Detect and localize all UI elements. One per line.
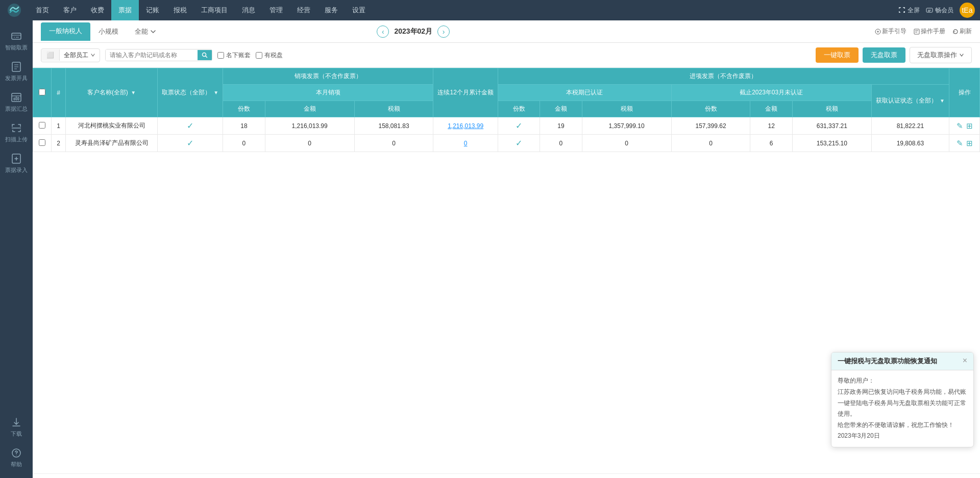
fullscreen-btn[interactable]: 全屏 <box>898 6 920 15</box>
help-icon <box>11 447 22 459</box>
nav-service[interactable]: 服务 <box>317 0 345 20</box>
manual-btn[interactable]: 操作手册 <box>914 27 945 36</box>
sidebar-item-entry[interactable]: 票据录入 <box>0 148 33 179</box>
notification-title: 一键报税与无盘取票功能恢复通知 <box>838 357 937 366</box>
tab-all[interactable]: 全能 <box>127 23 164 40</box>
nav-ticket[interactable]: 票据 <box>111 0 139 20</box>
next-month-btn[interactable]: › <box>437 26 450 38</box>
refresh-icon <box>952 29 959 35</box>
guide-icon <box>875 29 881 35</box>
summary-icon <box>11 92 22 103</box>
edit-icon-1[interactable]: ✎ <box>957 121 963 131</box>
diskless-operation-label: 无盘取票操作 <box>917 51 957 60</box>
sidebar-item-help-label: 帮助 <box>11 461 22 468</box>
nav-charge[interactable]: 收费 <box>84 0 111 20</box>
refresh-btn[interactable]: 刷新 <box>952 27 972 36</box>
pickup-filter-icon[interactable]: ▼ <box>213 90 218 95</box>
filter-value[interactable]: 全部员工 <box>60 49 100 62</box>
diskless-pickup-btn[interactable]: 无盘取票 <box>863 47 905 63</box>
td-sales-tax-1: 158,081.83 <box>354 117 433 135</box>
prev-month-btn[interactable]: ‹ <box>377 26 389 38</box>
download-icon <box>11 417 22 428</box>
member-btn[interactable]: 畅会员 <box>926 6 953 15</box>
nav-operation[interactable]: 经营 <box>290 0 317 20</box>
sidebar-item-download[interactable]: 下载 <box>0 412 33 442</box>
checkbox-taxdisk-input[interactable] <box>256 52 262 59</box>
th-until-count: 份数 <box>671 101 750 117</box>
sidebar-item-invoice[interactable]: 发票开具 <box>0 56 33 87</box>
checkbox-subsidiary[interactable]: 名下账套 <box>217 51 251 60</box>
th-sales-count: 份数 <box>223 101 265 117</box>
sidebar-item-smart-ticket[interactable]: 智能取票 <box>0 26 33 56</box>
th-this-term-recognized: 本税期已认证 <box>498 85 671 101</box>
th-this-term-count: 份数 <box>498 101 540 117</box>
td-continuous12-1[interactable]: 1,216,013.99 <box>433 117 498 135</box>
th-pickup-status-text: 取票状态（全部） <box>162 89 211 96</box>
td-checkbox-2[interactable] <box>33 135 52 152</box>
checkbox-taxdisk-label: 有税盘 <box>264 51 283 60</box>
nav-manage[interactable]: 管理 <box>262 0 290 20</box>
checkbox-subsidiary-input[interactable] <box>217 52 224 59</box>
td-customer-1: 河北柯摆桃实业有限公司 <box>66 117 158 135</box>
sidebar-item-summary[interactable]: 票据汇总 <box>0 87 33 117</box>
td-until-amount-1: 631,337.21 <box>792 117 871 135</box>
edit-icon-2[interactable]: ✎ <box>957 139 963 148</box>
td-customer-2: 灵寿县尚泽矿产品有限公司 <box>66 135 158 152</box>
notification-close-btn[interactable]: × <box>963 357 967 365</box>
notification-content-line3: 给您带来的不便敬请谅解，祝您工作愉快！ <box>838 420 967 431</box>
avatar[interactable]: tEa <box>960 3 975 18</box>
td-checkbox-1[interactable] <box>33 117 52 135</box>
refresh-label: 刷新 <box>960 27 972 36</box>
row-checkbox-2[interactable] <box>39 139 45 146</box>
checkbox-taxdisk[interactable]: 有税盘 <box>256 51 283 60</box>
sidebar-item-invoice-label: 发票开具 <box>5 74 28 82</box>
one-click-pickup-btn[interactable]: 一键取票 <box>816 47 859 63</box>
nav-customer[interactable]: 客户 <box>56 0 84 20</box>
nav-settings[interactable]: 设置 <box>345 0 373 20</box>
guide-btn[interactable]: 新手引导 <box>875 27 906 36</box>
th-sales-invoice-group: 销项发票（不含作废票） <box>223 68 433 85</box>
sidebar: 智能取票 发票开具 票据汇总 扫描上传 票据录入 <box>0 20 33 478</box>
nav-message[interactable]: 消息 <box>235 0 262 20</box>
member-icon <box>926 7 933 14</box>
nav-business[interactable]: 工商项目 <box>194 0 235 20</box>
td-until-count-1: 12 <box>750 117 792 135</box>
sidebar-item-download-label: 下载 <box>11 430 22 438</box>
operation-dropdown-icon <box>959 53 964 58</box>
td-until-tax-2: 19,808.63 <box>871 135 949 152</box>
select-all-checkbox[interactable] <box>39 89 45 95</box>
sidebar-item-help[interactable]: 帮助 <box>0 442 33 473</box>
nav-bookkeeping[interactable]: 记账 <box>139 0 166 20</box>
nav-tax[interactable]: 报税 <box>166 0 194 20</box>
td-until-tax-1: 81,822.21 <box>871 117 949 135</box>
view-icon-1[interactable]: ⊞ <box>966 121 973 131</box>
td-this-term-amount-1: 1,357,999.10 <box>582 117 671 135</box>
td-this-term-amount-2: 0 <box>582 135 671 152</box>
search-input[interactable] <box>106 49 198 61</box>
date-nav-area: ‹ 2023年02月 › <box>377 26 450 38</box>
employee-filter[interactable]: ⬜ 全部员工 <box>41 48 100 62</box>
svg-point-8 <box>16 455 16 455</box>
td-recognize-status-1: ✓ <box>498 117 540 135</box>
row-checkbox-1[interactable] <box>39 122 45 129</box>
td-continuous12-2[interactable]: 0 <box>433 135 498 152</box>
customer-filter-icon[interactable]: ▼ <box>131 90 136 95</box>
notification-content-date: 2023年3月20日 <box>838 431 967 442</box>
filter-prefix: ⬜ <box>41 49 60 61</box>
tab-general-taxpayer[interactable]: 一般纳税人 <box>41 22 90 41</box>
notification-header: 一键报税与无盘取票功能恢复通知 × <box>831 353 973 370</box>
nav-home[interactable]: 首页 <box>29 0 56 20</box>
th-current-month: 本月销项 <box>223 85 433 101</box>
td-this-term-count-1: 19 <box>540 117 582 135</box>
svg-rect-2 <box>12 33 21 39</box>
recognize-check-icon-1: ✓ <box>516 121 522 130</box>
sidebar-item-scan[interactable]: 扫描上传 <box>0 117 33 148</box>
tab-all-label: 全能 <box>135 27 148 36</box>
diskless-operation-btn[interactable]: 无盘取票操作 <box>910 47 972 63</box>
td-sales-count-2: 0 <box>223 135 265 152</box>
fullscreen-label: 全屏 <box>908 6 920 15</box>
tab-small-scale[interactable]: 小规模 <box>90 23 127 40</box>
view-icon-2[interactable]: ⊞ <box>966 139 973 148</box>
recognize-filter-icon[interactable]: ▼ <box>940 98 945 104</box>
search-button[interactable] <box>198 50 212 60</box>
